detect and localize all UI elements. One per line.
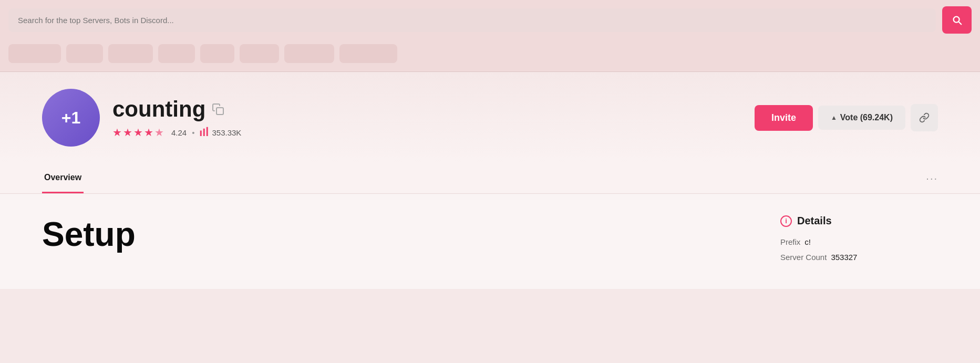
search-icon bbox=[951, 14, 963, 26]
star-5: ★ bbox=[154, 126, 164, 139]
prefix-row: Prefix c! bbox=[780, 237, 938, 246]
tabs: Overview bbox=[42, 163, 96, 193]
header bbox=[0, 0, 980, 40]
nav-pill-3[interactable] bbox=[108, 44, 153, 63]
star-4: ★ bbox=[144, 126, 153, 139]
nav-pill-1[interactable] bbox=[8, 44, 61, 63]
svg-rect-2 bbox=[203, 129, 205, 136]
invite-button[interactable]: Invite bbox=[755, 105, 813, 131]
tab-more-button[interactable]: ··· bbox=[926, 172, 938, 184]
nav-pill-4[interactable] bbox=[158, 44, 195, 63]
server-count-detail-value: 353327 bbox=[831, 253, 857, 262]
star-rating: ★ ★ ★ ★ ★ bbox=[112, 126, 164, 139]
link-icon bbox=[919, 112, 930, 123]
server-count-label: Server Count bbox=[780, 253, 827, 262]
avatar: +1 bbox=[42, 89, 100, 147]
server-count-row: Server Count 353327 bbox=[780, 253, 938, 262]
link-button[interactable] bbox=[911, 104, 938, 131]
setup-title: Setup bbox=[42, 215, 749, 254]
tabs-section: Overview ··· bbox=[0, 163, 980, 194]
star-2: ★ bbox=[123, 126, 132, 139]
svg-rect-1 bbox=[200, 131, 202, 137]
svg-rect-0 bbox=[216, 108, 223, 115]
details-title: Details bbox=[797, 215, 832, 227]
main-section: Setup bbox=[42, 215, 749, 268]
copy-icon[interactable] bbox=[212, 103, 224, 116]
nav-pill-5[interactable] bbox=[200, 44, 234, 63]
bot-stats: ★ ★ ★ ★ ★ 4.24 • 353.33K bbox=[112, 126, 742, 139]
details-sidebar: i Details Prefix c! Server Count 353327 bbox=[780, 215, 938, 268]
action-buttons: Invite ▲ Vote (69.24K) bbox=[755, 104, 938, 131]
search-input[interactable] bbox=[8, 8, 936, 32]
prefix-value: c! bbox=[804, 237, 811, 246]
bot-name: counting bbox=[112, 97, 205, 122]
nav-pill-6[interactable] bbox=[240, 44, 279, 63]
bot-profile: +1 counting ★ ★ ★ ★ ★ bbox=[0, 72, 980, 163]
bar-chart-icon bbox=[200, 127, 209, 138]
rating-value: 4.24 bbox=[171, 128, 187, 137]
nav-pill-2[interactable] bbox=[66, 44, 103, 63]
main-content: +1 counting ★ ★ ★ ★ ★ bbox=[0, 72, 980, 289]
bot-name-row: counting bbox=[112, 97, 742, 122]
dot-separator: • bbox=[192, 128, 194, 137]
search-button[interactable] bbox=[942, 6, 972, 34]
nav-pill-8[interactable] bbox=[339, 44, 397, 63]
info-icon: i bbox=[780, 215, 792, 227]
nav-pill-7[interactable] bbox=[284, 44, 334, 63]
star-1: ★ bbox=[112, 126, 122, 139]
content-area: Setup i Details Prefix c! Server Count 3… bbox=[0, 194, 980, 289]
tab-overview[interactable]: Overview bbox=[42, 163, 84, 193]
vote-arrow-icon: ▲ bbox=[831, 114, 837, 121]
star-3: ★ bbox=[133, 126, 143, 139]
svg-rect-3 bbox=[207, 127, 208, 136]
details-header: i Details bbox=[780, 215, 938, 227]
prefix-label: Prefix bbox=[780, 237, 800, 246]
vote-button[interactable]: ▲ Vote (69.24K) bbox=[818, 106, 905, 130]
server-count: 353.33K bbox=[200, 127, 241, 138]
bot-info: counting ★ ★ ★ ★ ★ 4.24 • bbox=[112, 97, 742, 139]
nav-pills bbox=[0, 40, 980, 71]
